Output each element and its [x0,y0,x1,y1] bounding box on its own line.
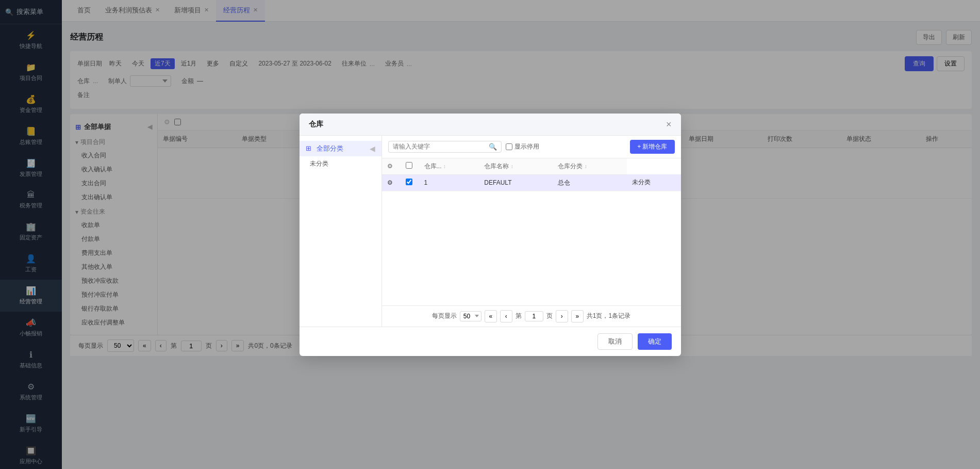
th-check [401,158,419,175]
modal-total-label: 共1页，1条记录 [587,312,630,320]
row-gear-icon: ⚙ [387,179,393,186]
modal-first-btn[interactable]: « [485,310,497,322]
warehouse-table: ⚙ 仓库... ↕ 仓库名称 ↕ 仓库分类 ↕ ⚙ 1 DEFAULT 总仓 未… [382,158,681,191]
modal-page-input[interactable] [525,311,543,321]
row-checkbox[interactable] [406,179,412,185]
modal-body: ⊞ 全部分类 ◀ 未分类 🔍 显示停用 + 新增仓库 [300,136,681,327]
confirm-button[interactable]: 确定 [638,333,672,350]
modal-close-button[interactable]: × [666,120,672,129]
show-disabled-checkbox-label[interactable]: 显示停用 [506,142,539,151]
search-input[interactable] [393,143,489,150]
show-disabled-label: 显示停用 [514,142,539,151]
add-warehouse-button[interactable]: + 新增仓库 [630,140,674,154]
sort-label-category: 仓库分类 ↕ [558,163,587,170]
th-code: 仓库... ↕ [419,158,479,175]
modal-title: 仓库 [309,120,323,129]
modal-next-btn[interactable]: › [556,310,568,322]
row-code: DEFAULT [479,174,553,191]
modal-footer: 取消 确定 [300,327,681,356]
th-name: 仓库名称 ↕ [479,158,553,175]
category-unclassified[interactable]: 未分类 [300,156,381,171]
category-all-label: 全部分类 [317,144,343,153]
th-gear: ⚙ [382,158,401,175]
show-disabled-checkbox[interactable] [506,143,512,150]
row-gear: ⚙ [382,174,401,191]
category-unclassified-label: 未分类 [310,160,328,167]
cancel-button[interactable]: 取消 [597,333,633,350]
warehouse-pagination: 每页显示 50 « ‹ 第 页 › » 共1页，1条记录 [382,305,681,327]
warehouse-panel: 🔍 显示停用 + 新增仓库 ⚙ 仓库... ↕ 仓库名称 ↕ [382,136,681,327]
row-name: 总仓 [553,174,626,191]
grid-icon: ⊞ [306,144,311,152]
warehouse-select-all[interactable] [406,162,412,169]
category-all-item[interactable]: ⊞ 全部分类 ◀ [300,141,381,156]
row-check [401,174,419,191]
category-collapse-btn[interactable]: ◀ [370,144,375,153]
warehouse-row[interactable]: ⚙ 1 DEFAULT 总仓 未分类 [382,174,681,191]
modal-per-page-label: 每页显示 [432,312,457,320]
modal-last-btn[interactable]: » [571,310,584,322]
row-category: 未分类 [627,174,681,191]
modal-prev-btn[interactable]: ‹ [500,310,512,322]
sort-label-code: 仓库... ↕ [424,163,446,170]
modal-per-page-select[interactable]: 50 [460,311,481,321]
modal-page-label: 第 [516,312,522,320]
modal-header: 仓库 × [300,114,681,136]
warehouse-table-wrap: ⚙ 仓库... ↕ 仓库名称 ↕ 仓库分类 ↕ ⚙ 1 DEFAULT 总仓 未… [382,158,681,305]
search-icon: 🔍 [489,143,497,151]
row-index: 1 [419,174,479,191]
th-category: 仓库分类 ↕ [553,158,626,175]
warehouse-modal: 仓库 × ⊞ 全部分类 ◀ 未分类 🔍 显示停用 [300,114,681,356]
modal-page-suffix: 页 [546,312,553,320]
gear-icon: ⚙ [387,163,393,170]
sort-label-name: 仓库名称 ↕ [484,163,513,170]
warehouse-toolbar: 🔍 显示停用 + 新增仓库 [382,136,681,158]
category-panel: ⊞ 全部分类 ◀ 未分类 [300,136,382,327]
search-box: 🔍 [388,141,502,153]
